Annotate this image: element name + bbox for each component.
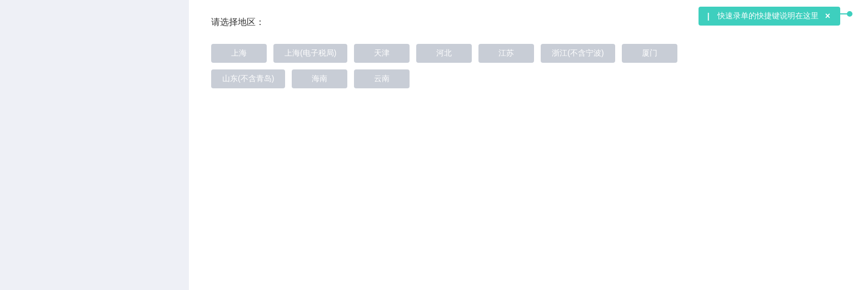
region-button[interactable]: 厦门 [622,44,677,63]
left-sidebar [0,0,189,290]
region-row-1: 上海上海(电子税局)天津河北江苏浙江(不含宁波)厦门 [211,44,846,63]
region-button[interactable]: 云南 [354,69,410,88]
main-content: 请选择地区： 上海上海(电子税局)天津河北江苏浙江(不含宁波)厦门 山东(不含青… [189,0,868,290]
region-button[interactable]: 浙江(不含宁波) [541,44,615,63]
region-button[interactable]: 上海 [211,44,267,63]
tooltip-bar: 快速录单的快捷键说明在这里 × [699,7,840,26]
region-button[interactable]: 河北 [416,44,472,63]
region-button[interactable]: 海南 [292,69,347,88]
tooltip-text: 快速录单的快捷键说明在这里 [717,11,819,21]
region-button[interactable]: 上海(电子税局) [273,44,347,63]
tooltip-connector-dot [847,11,852,17]
region-button[interactable]: 江苏 [478,44,534,63]
tooltip-close-button[interactable]: × [824,12,831,21]
region-row-2: 山东(不含青岛)海南云南 [211,69,846,88]
region-button[interactable]: 山东(不含青岛) [211,69,285,88]
region-button[interactable]: 天津 [354,44,410,63]
